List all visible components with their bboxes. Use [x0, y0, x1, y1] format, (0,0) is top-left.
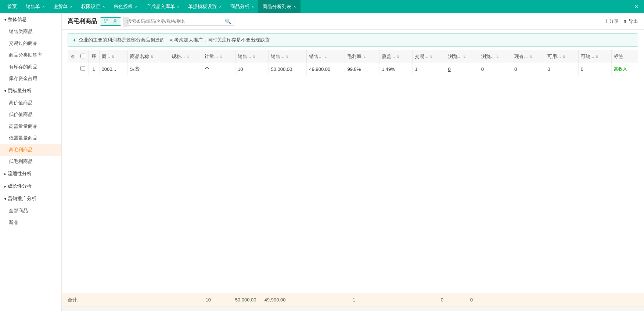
row-transaction: 1	[413, 63, 446, 75]
total-transaction: 1	[350, 297, 380, 303]
sidebar-group-growth[interactable]: ▸ 成长性分析	[0, 180, 61, 192]
row-view1[interactable]: 0	[446, 63, 479, 75]
sidebar-item-high-value[interactable]: 高价值商品	[0, 97, 61, 109]
sidebar-group-liquidity[interactable]: ▸ 流通性分析	[0, 167, 61, 180]
sidebar-item-high-margin[interactable]: 高毛利商品	[0, 144, 61, 156]
th-transaction[interactable]: 交易... ⇅	[413, 50, 446, 63]
close-icon[interactable]: ×	[294, 4, 296, 9]
th-name[interactable]: 商品名称 ⇅	[128, 50, 169, 63]
data-table-container: ⚙ 序 商... ⇅ 商品名称 ⇅ 规格... ⇅ 计量... ⇅ 销售... …	[68, 50, 638, 293]
sidebar-collapse-button[interactable]: 《	[123, 17, 129, 27]
chevron-right-icon: ▸	[4, 184, 6, 188]
th-view2[interactable]: 浏览... ⇅	[479, 50, 512, 63]
sidebar-item-low-value[interactable]: 低价值商品	[0, 109, 61, 120]
nav-product-analysis[interactable]: 商品分析 ×	[226, 0, 258, 13]
th-unit[interactable]: 计量... ⇅	[202, 50, 235, 63]
th-available-stock[interactable]: 可用... ⇅	[545, 50, 578, 63]
th-tag[interactable]: 标签	[611, 50, 638, 63]
export-icon: ⬆	[623, 19, 627, 24]
select-all-checkbox[interactable]	[80, 54, 85, 58]
row-settings	[68, 63, 78, 75]
sidebar-item-sales-goods[interactable]: 销售类商品	[0, 26, 61, 37]
sidebar-group-contribution[interactable]: ▾ 贡献量分析	[0, 84, 61, 97]
th-sellable-stock[interactable]: 可销... ⇅	[578, 50, 611, 63]
sidebar-item-low-margin[interactable]: 低毛利商品	[0, 156, 61, 167]
th-current-stock[interactable]: 现有... ⇅	[512, 50, 545, 63]
close-icon[interactable]: ×	[252, 4, 254, 9]
nav-role-auth[interactable]: 角色授权 ×	[109, 0, 141, 13]
th-sale-qty[interactable]: 销售... ⇅	[235, 50, 269, 63]
sidebar-group-overall[interactable]: ▾ 整体信息	[0, 13, 61, 26]
nav-template-settings[interactable]: 单据模板设置 ×	[184, 0, 226, 13]
close-icon[interactable]: ×	[102, 4, 105, 9]
sidebar: ▾ 整体信息 销售类商品 交易过的商品 商品分类助销率 有库存的商品 库存资金占…	[0, 13, 62, 311]
nav-product-warehouse[interactable]: 产成品入库单 ×	[142, 0, 184, 13]
chevron-down-icon: ▾	[4, 18, 6, 22]
content-area: 《 高毛利商品 近一月 🔍 ⤴ 分享 ⬆ 导出 ✦ 企	[62, 13, 644, 311]
tag-badge: 高收入	[614, 66, 627, 72]
row-available-stock: 0	[545, 63, 578, 75]
search-input[interactable]	[127, 19, 225, 24]
row-unit: 个	[202, 63, 235, 75]
total-spacer2	[115, 297, 145, 303]
info-banner: ✦ 企业的主要的利润都是这部分商品创造的，可考虑加大推广，同时关注库存是不要出现…	[68, 33, 638, 47]
th-sale-cost[interactable]: 销售... ⇅	[307, 50, 345, 63]
table-header-row: ⚙ 序 商... ⇅ 商品名称 ⇅ 规格... ⇅ 计量... ⇅ 销售... …	[68, 50, 638, 63]
table-row: 1 0000... 运费 个 10 50,000.00 49,900.00 99…	[68, 63, 638, 75]
search-box[interactable]: 🔍	[124, 17, 234, 26]
totals-cells: 10 50,000.00 49,900.00 1 0 0	[86, 297, 638, 303]
row-current-stock: 0	[512, 63, 545, 75]
sidebar-item-in-stock[interactable]: 有库存的商品	[0, 61, 61, 73]
totals-label: 合计:	[68, 297, 79, 303]
sidebar-group-marketing[interactable]: ▾ 营销推广分析	[0, 192, 61, 205]
row-view2: 0	[479, 63, 512, 75]
th-spec[interactable]: 规格... ⇅	[169, 50, 202, 63]
row-seq: 1	[88, 63, 99, 75]
row-spec	[169, 63, 202, 75]
export-button[interactable]: ⬆ 导出	[623, 18, 638, 25]
th-code[interactable]: 商... ⇅	[99, 50, 128, 63]
sidebar-item-all-goods[interactable]: 全部商品	[0, 205, 61, 217]
row-code: 0000...	[99, 63, 128, 75]
sidebar-item-high-demand[interactable]: 高需量量商品	[0, 120, 61, 132]
total-current-stock: 0	[439, 297, 468, 303]
row-sale-cost: 49,900.00	[307, 63, 345, 75]
close-icon[interactable]: ×	[177, 4, 179, 9]
th-seq[interactable]: 序	[88, 50, 99, 63]
th-sale-amount[interactable]: 销售... ⇅	[269, 50, 307, 63]
th-coverage[interactable]: 覆盖... ⇅	[379, 50, 412, 63]
page-title: 高毛利商品	[68, 18, 97, 25]
sidebar-item-new-goods[interactable]: 新品	[0, 217, 61, 228]
total-spacer4	[174, 297, 204, 303]
horizontal-scrollbar[interactable]	[62, 307, 644, 311]
row-coverage: 1.49%	[379, 63, 412, 75]
th-checkbox[interactable]	[78, 50, 88, 63]
chevron-down-icon: ▾	[4, 89, 6, 93]
row-select-checkbox[interactable]	[80, 66, 85, 71]
th-settings[interactable]: ⚙	[68, 50, 78, 63]
close-all-tabs[interactable]: ×	[632, 3, 641, 10]
nav-permission-settings[interactable]: 权限设置 ×	[77, 0, 109, 13]
sidebar-item-category-rate[interactable]: 商品分类助销率	[0, 49, 61, 61]
sidebar-item-low-demand[interactable]: 低需量量商品	[0, 132, 61, 144]
row-checkbox[interactable]	[78, 63, 88, 75]
nav-sales-order[interactable]: 销售单 ×	[21, 0, 49, 13]
sidebar-item-traded-goods[interactable]: 交易过的商品	[0, 37, 61, 49]
close-icon[interactable]: ×	[135, 4, 137, 9]
th-view1[interactable]: 浏览... ⇅	[446, 50, 479, 63]
close-icon[interactable]: ×	[219, 4, 221, 9]
close-icon[interactable]: ×	[70, 4, 72, 9]
nav-product-analysis-list[interactable]: 商品分析列表 ×	[258, 0, 300, 13]
total-spacer6	[321, 297, 350, 303]
main-layout: ▾ 整体信息 销售类商品 交易过的商品 商品分类助销率 有库存的商品 库存资金占…	[0, 13, 644, 311]
total-sale-amount: 50,000.00	[233, 297, 262, 303]
filter-recent-month-button[interactable]: 近一月	[100, 17, 121, 26]
th-gross-margin[interactable]: 毛利率 ⇅	[345, 50, 379, 63]
share-button[interactable]: ⤴ 分享	[605, 18, 619, 25]
chevron-down-icon: ▾	[4, 197, 6, 201]
nav-purchase-order[interactable]: 进货单 ×	[49, 0, 76, 13]
close-icon[interactable]: ×	[42, 4, 44, 9]
search-icon[interactable]: 🔍	[225, 18, 231, 24]
nav-home[interactable]: 首页	[3, 0, 21, 13]
sidebar-item-inventory-capital[interactable]: 库存资金占用	[0, 73, 61, 84]
